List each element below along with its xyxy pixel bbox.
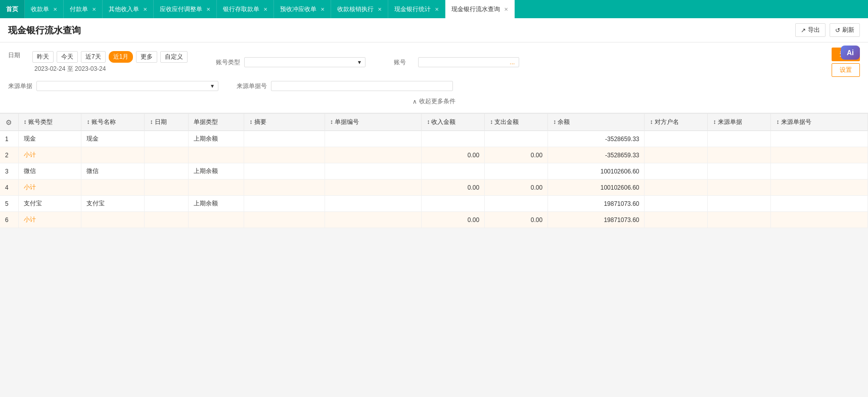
- col-source-doc-no-label: ↕ 来源单据号: [776, 118, 811, 125]
- nav-close-5[interactable]: ✕: [321, 7, 325, 12]
- account-more-btn[interactable]: ...: [510, 59, 515, 66]
- row-source-doc: [708, 147, 771, 163]
- export-icon: ↗: [801, 27, 806, 34]
- table-row: 1现金现金上期余额-3528659.33: [0, 131, 868, 147]
- row-doc-type: [189, 212, 244, 228]
- nav-close-6[interactable]: ✕: [378, 7, 382, 12]
- row-account-name: [81, 180, 145, 196]
- nav-tab-3[interactable]: 应收应付调整单 ✕: [154, 0, 217, 18]
- nav-close-3[interactable]: ✕: [206, 7, 210, 12]
- row-expense: 0.00: [485, 212, 548, 228]
- source-doc-no-label: 来源单据号: [237, 82, 267, 91]
- row-number: 5: [0, 196, 18, 212]
- row-date: [145, 196, 189, 212]
- row-income: 0.00: [422, 212, 485, 228]
- row-counterpart: [645, 131, 708, 147]
- nav-close-2[interactable]: ✕: [143, 7, 147, 12]
- row-source-doc: [708, 196, 771, 212]
- col-source-doc-label: ↕ 来源单据: [713, 118, 742, 125]
- row-doc-no: [325, 147, 421, 163]
- nav-close-4[interactable]: ✕: [263, 7, 267, 12]
- row-counterpart: [645, 163, 708, 180]
- date-label: 日期: [8, 51, 28, 60]
- date-more[interactable]: 更多: [136, 51, 157, 63]
- account-type-select[interactable]: ▾: [244, 57, 366, 67]
- row-source-doc: [708, 180, 771, 196]
- row-number: 2: [0, 147, 18, 163]
- col-counterpart: ↕ 对方户名: [645, 114, 708, 131]
- row-doc-type: 上期余额: [189, 163, 244, 180]
- row-date: [145, 212, 189, 228]
- nav-tab-6[interactable]: 收款核销执行 ✕: [331, 0, 388, 18]
- row-number: 1: [0, 131, 18, 147]
- row-account-name: 现金: [81, 131, 145, 147]
- col-account-name-label: ↕ 账号名称: [86, 118, 115, 125]
- nav-tab-4[interactable]: 银行存取款单 ✕: [217, 0, 274, 18]
- nav-tab-2[interactable]: 其他收入单 ✕: [103, 0, 154, 18]
- row-account-name: 支付宝: [81, 196, 145, 212]
- col-expense: ↕ 支出金额: [485, 114, 548, 131]
- row-doc-no: [325, 180, 421, 196]
- date-today[interactable]: 今天: [57, 51, 78, 63]
- source-doc-select[interactable]: ▾: [36, 81, 218, 91]
- row-summary: [244, 212, 325, 228]
- nav-close-7[interactable]: ✕: [435, 7, 439, 12]
- row-doc-no: [325, 196, 421, 212]
- row-income: [422, 163, 485, 180]
- date-yesterday[interactable]: 昨天: [32, 51, 54, 63]
- nav-tab-1[interactable]: 付款单 ✕: [64, 0, 103, 18]
- account-type-chevron: ▾: [358, 59, 361, 66]
- row-account-type: 小计: [18, 180, 81, 196]
- row-account-name: [81, 212, 145, 228]
- table-header-row: ⚙ ↕ 账号类型 ↕ 账号名称 ↕ 日期 单据类型 ↕ 摘要 ↕: [0, 114, 868, 131]
- source-doc-chevron: ▾: [211, 82, 214, 90]
- nav-close-0[interactable]: ✕: [53, 7, 57, 12]
- collapse-row[interactable]: ∧ 收起更多条件: [8, 95, 860, 108]
- row-doc-no: [325, 212, 421, 228]
- row-doc-type: 上期余额: [189, 131, 244, 147]
- collapse-label: 收起更多条件: [419, 97, 455, 106]
- col-income-label: ↕ 收入金额: [427, 118, 455, 125]
- col-summary-label: ↕ 摘要: [249, 118, 266, 125]
- col-expense-label: ↕ 支出金额: [490, 118, 519, 125]
- col-balance-label: ↕ 余额: [553, 118, 570, 125]
- row-source-doc-no: [771, 212, 868, 228]
- nav-tab-5[interactable]: 预收冲应收单 ✕: [274, 0, 331, 18]
- date-7days[interactable]: 近7天: [81, 51, 106, 63]
- nav-home[interactable]: 首页: [0, 0, 25, 18]
- row-summary: [244, 131, 325, 147]
- export-button[interactable]: ↗ 导出: [795, 23, 826, 37]
- row-expense: [485, 131, 548, 147]
- row-source-doc: [708, 212, 771, 228]
- page-header: 现金银行流水查询 ↗ 导出 ↺ 刷新: [0, 18, 868, 42]
- col-account-type-label: ↕ 账号类型: [24, 118, 53, 125]
- ai-badge[interactable]: Ai: [841, 46, 860, 60]
- date-1month[interactable]: 近1月: [109, 51, 133, 63]
- nav-tab-0[interactable]: 收款单 ✕: [25, 0, 64, 18]
- col-doc-no-label: ↕ 单据编号: [330, 118, 359, 125]
- settings-button[interactable]: 设置: [832, 63, 860, 77]
- gear-icon[interactable]: ⚙: [6, 118, 12, 126]
- date-custom[interactable]: 自定义: [160, 51, 188, 63]
- row-account-type: 现金: [18, 131, 81, 147]
- refresh-button[interactable]: ↺ 刷新: [830, 23, 860, 37]
- row-income: [422, 196, 485, 212]
- row-number: 3: [0, 163, 18, 180]
- nav-tab-8[interactable]: 现金银行流水查询 ✕: [445, 0, 515, 18]
- row-income: 0.00: [422, 180, 485, 196]
- row-counterpart: [645, 147, 708, 163]
- col-income: ↕ 收入金额: [422, 114, 485, 131]
- refresh-icon: ↺: [835, 27, 840, 34]
- date-range-display: 2023-02-24 至 2023-03-24: [34, 65, 188, 73]
- row-summary: [244, 180, 325, 196]
- account-type-label: 账号类型: [216, 58, 240, 67]
- row-doc-type: [189, 147, 244, 163]
- row-balance: 19871073.60: [548, 212, 645, 228]
- row-expense: [485, 163, 548, 180]
- source-doc-no-input[interactable]: [271, 81, 453, 91]
- nav-close-8[interactable]: ✕: [504, 7, 508, 12]
- filter-row-2: 来源单据 ▾ 来源单据号: [8, 81, 860, 91]
- nav-close-1[interactable]: ✕: [92, 7, 96, 12]
- col-doc-type: 单据类型: [189, 114, 244, 131]
- nav-tab-7[interactable]: 现金银行统计 ✕: [388, 0, 445, 18]
